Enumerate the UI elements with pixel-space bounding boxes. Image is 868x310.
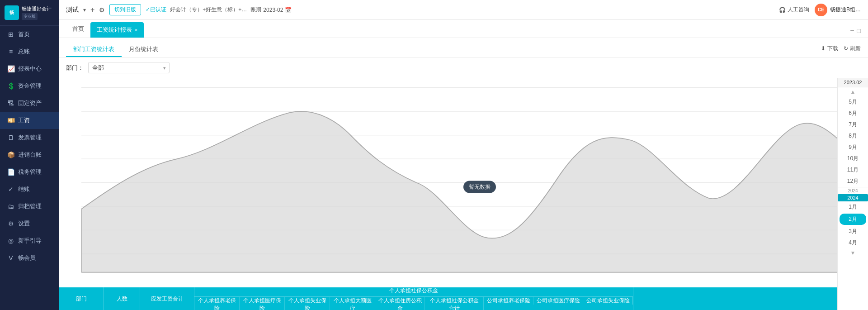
date-panel-up-button[interactable]: ▲ — [849, 87, 857, 96]
avatar: CE — [815, 4, 827, 16]
date-item-1[interactable]: 1月 — [838, 201, 868, 213]
settings-icon: ⚙ — [7, 220, 14, 227]
salary-icon: 💴 — [7, 117, 14, 124]
chart-section: 350 300 250 200 150 100 50 0 暂无数据 — [59, 78, 868, 310]
logo-badge: 专业版 — [22, 13, 38, 20]
date-item-2-active[interactable]: 2月 — [840, 214, 866, 225]
col-total-salary: 应发工资合计 — [140, 287, 194, 310]
topbar-right: 🎧 人工咨询 CE 畅捷通B组… — [779, 4, 861, 16]
col-unemployment-personal: 个人承担失业保险 — [285, 297, 330, 310]
filter-bar: 部门： 全部 行政部 财务部 销售部 技术部 — [59, 57, 868, 78]
sales-icon: 📦 — [7, 151, 14, 158]
date-item-10[interactable]: 10月 — [838, 153, 868, 164]
archive-icon: 🗂 — [7, 203, 14, 210]
tabbar: 首页 工资统计报表 × − □ — [59, 20, 868, 38]
badges-text: 好会计（专）+好生意（标）+… — [170, 6, 247, 14]
sidebar-item-label: 畅会员 — [18, 254, 36, 262]
assets-icon: 🏗 — [7, 100, 14, 107]
logo-name: 畅捷通好会计 — [22, 5, 52, 12]
funds-icon: 💲 — [7, 82, 14, 90]
year-2024-active[interactable]: 2024 — [838, 194, 868, 201]
group-cols: 个人承担养老保险 个人承担医疗保险 个人承担失业保险 个人承担大额医疗 个人承担… — [194, 297, 633, 310]
date-item-3[interactable]: 3月 — [838, 226, 868, 237]
certified-badge: ✓已认证 — [146, 6, 166, 14]
download-button[interactable]: ⬇ 下载 — [821, 45, 838, 52]
topbar-dropdown-arrow[interactable]: ▾ — [83, 7, 86, 13]
sidebar-item-label: 新手引导 — [18, 237, 42, 245]
sidebar-item-label: 总账 — [18, 48, 30, 56]
headset-icon: 🎧 — [779, 7, 786, 13]
sidebar-item-tax[interactable]: 📄 税务管理 — [0, 163, 59, 181]
date-item-9[interactable]: 9月 — [838, 142, 868, 153]
sidebar-item-label: 归档管理 — [18, 202, 42, 210]
sidebar-item-label: 进销台账 — [18, 151, 42, 159]
topbar-settings-icon[interactable]: ⚙ — [99, 6, 105, 14]
sidebar: 畅 畅捷通好会计 专业版 ⊞ 首页 ≡ 总账 📈 报表中心 💲 资金管理 🏗 固… — [0, 0, 59, 310]
topbar-badges: ✓已认证 好会计（专）+好生意（标）+… 账期 2023-02 📅 — [146, 6, 292, 14]
checkout-icon: ✓ — [7, 186, 14, 193]
topbar-add-button[interactable]: + — [90, 6, 94, 14]
calendar-icon[interactable]: 📅 — [285, 7, 292, 13]
sidebar-item-assets[interactable]: 🏗 固定资产 — [0, 95, 59, 112]
tab-salary-report[interactable]: 工资统计报表 × — [90, 22, 144, 38]
sidebar-item-archive[interactable]: 🗂 归档管理 — [0, 198, 59, 215]
sidebar-item-label: 报表中心 — [18, 65, 42, 73]
date-item-7[interactable]: 7月 — [838, 119, 868, 130]
logo-icon: 畅 — [5, 5, 19, 20]
col-dept: 部门 — [59, 287, 104, 310]
sidebar-nav: ⊞ 首页 ≡ 总账 📈 报表中心 💲 资金管理 🏗 固定资产 💴 工资 🗒 发票… — [0, 26, 59, 310]
sidebar-item-ledger[interactable]: ≡ 总账 — [0, 43, 59, 60]
period-label: 账期 2023-02 📅 — [250, 6, 292, 14]
download-icon: ⬇ — [821, 45, 826, 52]
date-item-4[interactable]: 4月 — [838, 237, 868, 248]
maximize-button[interactable]: □ — [857, 27, 861, 34]
sidebar-item-invoice[interactable]: 🗒 发票管理 — [0, 129, 59, 146]
date-item-8[interactable]: 8月 — [838, 130, 868, 142]
user-menu[interactable]: CE 畅捷通B组… — [815, 4, 861, 16]
sidebar-item-settings[interactable]: ⚙ 设置 — [0, 215, 59, 232]
tab-home[interactable]: 首页 — [66, 21, 90, 38]
minimize-button[interactable]: − — [850, 27, 854, 35]
sidebar-item-sales[interactable]: 📦 进销台账 — [0, 146, 59, 163]
col-major-medical-personal: 个人承担大额医疗 — [330, 297, 375, 310]
sidebar-item-label: 固定资产 — [18, 99, 42, 107]
date-panel-down-button[interactable]: ▼ — [849, 248, 857, 258]
topbar-title: 测试 — [66, 6, 79, 14]
col-housing-fund-personal: 个人承担住房公积金 — [375, 297, 425, 310]
switch-to-old-button[interactable]: 切到旧版 — [109, 4, 141, 15]
member-icon: V — [7, 254, 14, 262]
sidebar-item-label: 结账 — [18, 185, 30, 193]
refresh-button[interactable]: ↻ 刷新 — [844, 45, 861, 52]
sidebar-item-funds[interactable]: 💲 资金管理 — [0, 77, 59, 95]
sidebar-item-guide[interactable]: ◎ 新手引导 — [0, 232, 59, 249]
date-item-12[interactable]: 12月 — [838, 176, 868, 187]
invoice-icon: 🗒 — [7, 134, 14, 141]
sidebar-item-salary[interactable]: 💴 工资 — [0, 112, 59, 129]
sidebar-item-reports[interactable]: 📈 报表中心 — [0, 60, 59, 77]
subtab-actions: ⬇ 下载 ↻ 刷新 — [821, 45, 861, 55]
chart-area: 350 300 250 200 150 100 50 0 暂无数据 — [59, 78, 868, 287]
col-pension-personal: 个人承担养老保险 — [194, 297, 240, 310]
dept-filter-select[interactable]: 全部 行政部 财务部 销售部 技术部 — [88, 62, 170, 73]
subtab-bar: 部门工资统计表 月份统计表 ⬇ 下载 ↻ 刷新 — [59, 38, 868, 57]
help-button[interactable]: 🎧 人工咨询 — [779, 6, 809, 14]
subtab-monthly[interactable]: 月份统计表 — [122, 43, 165, 57]
sidebar-item-home[interactable]: ⊞ 首页 — [0, 26, 59, 43]
sidebar-item-label: 首页 — [18, 30, 30, 38]
sidebar-item-checkout[interactable]: ✓ 结账 — [0, 181, 59, 198]
dept-filter-wrap: 全部 行政部 财务部 销售部 技术部 — [88, 62, 170, 73]
salary-chart: 350 300 250 200 150 100 50 0 — [81, 82, 859, 283]
subtab-dept[interactable]: 部门工资统计表 — [66, 43, 122, 57]
date-panel-header: 2023.02 — [838, 78, 868, 87]
user-name: 畅捷通B组… — [830, 6, 861, 14]
tab-close-button[interactable]: × — [135, 27, 137, 33]
sidebar-item-member[interactable]: V 畅会员 — [0, 249, 59, 267]
date-item-11[interactable]: 11月 — [838, 164, 868, 176]
date-item-6[interactable]: 6月 — [838, 108, 868, 119]
date-item-5[interactable]: 5月 — [838, 96, 868, 108]
col-social-total-personal: 个人承担社保公积金合计 — [425, 297, 484, 310]
main-area: 测试 ▾ + ⚙ 切到旧版 ✓已认证 好会计（专）+好生意（标）+… 账期 20… — [59, 0, 868, 310]
col-headcount: 人数 — [104, 287, 140, 310]
refresh-icon: ↻ — [844, 45, 848, 52]
col-medical-personal: 个人承担医疗保险 — [240, 297, 285, 310]
